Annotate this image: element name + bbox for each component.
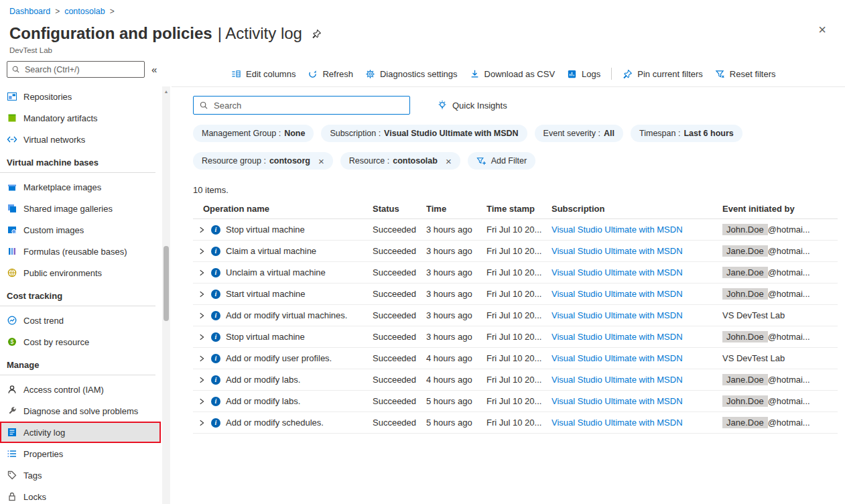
table-row[interactable]: Claim a virtual machine Succeeded 3 hour…: [193, 241, 838, 262]
table-row[interactable]: Unclaim a virtual machine Succeeded 3 ho…: [193, 262, 838, 284]
scrollbar-up-icon[interactable]: ▲: [162, 86, 170, 94]
col-status[interactable]: Status: [373, 204, 426, 214]
sidebar-item-tags[interactable]: Tags: [0, 464, 161, 486]
sidebar-item-marketplace-images[interactable]: Marketplace images: [0, 176, 161, 198]
sidebar-item-cost-by-resource[interactable]: $ Cost by resource: [0, 331, 161, 353]
sidebar-scrollbar-thumb[interactable]: [164, 246, 169, 321]
sidebar-item-virtual-networks[interactable]: Virtual networks: [0, 129, 161, 150]
sidebar-item-activity-log[interactable]: Activity log: [0, 422, 161, 443]
table-row[interactable]: Stop virtual machine Succeeded 3 hours a…: [193, 326, 838, 348]
expand-chevron-icon[interactable]: [198, 247, 206, 255]
col-time-stamp[interactable]: Time stamp: [486, 204, 551, 214]
subscription-link[interactable]: Visual Studio Ultimate with MSDN: [551, 375, 683, 385]
sidebar-item-access-control[interactable]: Access control (IAM): [0, 379, 161, 400]
timestamp-cell: Fri Jul 10 20...: [486, 246, 551, 256]
filter-pills-row-1: Management Group :None Subscription :Vis…: [193, 125, 845, 142]
filter-pill-resource-group[interactable]: Resource group :contosorg ×: [193, 152, 333, 170]
table-row[interactable]: Add or modify labs. Succeeded 4 hours ag…: [193, 369, 838, 391]
diagnostics-settings-button[interactable]: Diagnostics settings: [359, 64, 464, 83]
pin-current-filters-button[interactable]: Pin current filters: [616, 64, 709, 83]
activity-search: [193, 96, 410, 115]
subscription-link[interactable]: Visual Studio Ultimate with MSDN: [551, 396, 683, 406]
table-row[interactable]: Add or modify user profiles. Succeeded 4…: [193, 348, 838, 369]
expand-chevron-icon[interactable]: [198, 419, 206, 427]
edit-columns-button[interactable]: Edit columns: [225, 64, 302, 83]
table-row[interactable]: Add or modify labs. Succeeded 5 hours ag…: [193, 391, 838, 412]
reset-filters-button[interactable]: Reset filters: [709, 64, 782, 83]
sidebar-item-custom-images[interactable]: Custom images: [0, 219, 161, 241]
subscription-link[interactable]: Visual Studio Ultimate with MSDN: [551, 310, 683, 320]
pin-blade-icon[interactable]: [312, 29, 322, 39]
filter-pill-timespan[interactable]: Timespan :Last 6 hours: [631, 125, 742, 142]
refresh-icon: [308, 69, 318, 79]
logs-button[interactable]: Logs: [561, 64, 606, 83]
remove-filter-icon[interactable]: ×: [446, 156, 452, 166]
filter-pill-subscription[interactable]: Subscription :Visual Studio Ultimate wit…: [321, 125, 527, 142]
subscription-link[interactable]: Visual Studio Ultimate with MSDN: [551, 353, 683, 363]
sidebar-item-formulas[interactable]: Formulas (reusable bases): [0, 241, 161, 262]
subscription-link[interactable]: Visual Studio Ultimate with MSDN: [551, 225, 683, 235]
sidebar-item-diagnose[interactable]: Diagnose and solve problems: [0, 400, 161, 422]
col-subscription[interactable]: Subscription: [551, 204, 722, 214]
remove-filter-icon[interactable]: ×: [318, 156, 324, 166]
sidebar-section-cost-tracking: Cost tracking: [0, 284, 155, 306]
gear-icon: [365, 69, 375, 79]
initiator-cell: Jane.Doe@hotmai...: [722, 267, 838, 278]
activity-search-input[interactable]: [212, 100, 404, 111]
expand-chevron-icon[interactable]: [198, 333, 206, 341]
initiator-name: Jane.Doe: [722, 267, 768, 278]
filter-pill-resource[interactable]: Resource :contosolab ×: [340, 152, 460, 170]
expand-chevron-icon[interactable]: [198, 226, 206, 234]
sidebar-item-properties[interactable]: Properties: [0, 443, 161, 464]
initiator-cell: Jane.Doe@hotmai...: [722, 245, 838, 257]
expand-chevron-icon[interactable]: [198, 290, 206, 298]
sidebar-item-cost-trend[interactable]: Cost trend: [0, 310, 161, 331]
expand-chevron-icon[interactable]: [198, 269, 206, 277]
search-icon: [11, 65, 20, 74]
expand-chevron-icon[interactable]: [198, 376, 206, 384]
operation-name: Add or modify virtual machines.: [226, 310, 347, 320]
col-event-initiated-by[interactable]: Event initiated by: [722, 204, 838, 214]
properties-icon: [7, 448, 17, 459]
time-cell: 5 hours ago: [426, 418, 486, 428]
filter-pill-management-group[interactable]: Management Group :None: [193, 125, 314, 142]
subscription-link[interactable]: Visual Studio Ultimate with MSDN: [551, 289, 683, 299]
subscription-link[interactable]: Visual Studio Ultimate with MSDN: [551, 267, 683, 277]
sidebar-item-repositories[interactable]: Repositories: [0, 86, 161, 107]
subscription-link[interactable]: Visual Studio Ultimate with MSDN: [551, 418, 683, 428]
info-icon: [211, 397, 220, 406]
sidebar-item-shared-image-galleries[interactable]: Shared image galleries: [0, 198, 161, 219]
table-row[interactable]: Add or modify virtual machines. Succeede…: [193, 305, 838, 326]
subscription-link[interactable]: Visual Studio Ultimate with MSDN: [551, 246, 683, 256]
sidebar-item-mandatory-artifacts[interactable]: Mandatory artifacts: [0, 107, 161, 129]
add-filter-button[interactable]: Add Filter: [468, 152, 536, 170]
quick-insights-button[interactable]: Quick Insights: [437, 100, 507, 111]
sidebar-item-locks[interactable]: Locks: [0, 486, 161, 504]
download-icon: [470, 69, 480, 79]
sidebar-item-public-environments[interactable]: Public environments: [0, 262, 161, 284]
operation-name: Stop virtual machine: [226, 332, 305, 342]
close-blade-icon[interactable]: ×: [818, 23, 826, 36]
time-cell: 3 hours ago: [426, 225, 486, 235]
breadcrumb-dashboard[interactable]: Dashboard: [9, 7, 50, 16]
expand-chevron-icon[interactable]: [198, 312, 206, 320]
filter-pill-event-severity[interactable]: Event severity :All: [535, 125, 623, 142]
col-time[interactable]: Time: [426, 204, 486, 214]
initiator-name: Jane.Doe: [722, 374, 768, 385]
col-operation-name[interactable]: Operation name: [193, 204, 373, 214]
download-csv-button[interactable]: Download as CSV: [464, 64, 562, 83]
status-cell: Succeeded: [373, 225, 426, 235]
breadcrumb-contosolab[interactable]: contosolab: [64, 7, 105, 16]
sidebar-scrollbar[interactable]: ▲: [162, 86, 170, 504]
expand-chevron-icon[interactable]: [198, 397, 206, 405]
expand-chevron-icon[interactable]: [198, 355, 206, 363]
table-row[interactable]: Start virtual machine Succeeded 3 hours …: [193, 284, 838, 305]
subscription-link[interactable]: Visual Studio Ultimate with MSDN: [551, 332, 683, 342]
table-row[interactable]: Stop virtual machine Succeeded 3 hours a…: [193, 219, 838, 241]
time-cell: 3 hours ago: [426, 267, 486, 277]
refresh-button[interactable]: Refresh: [302, 64, 359, 83]
sidebar-collapse-button[interactable]: «: [149, 64, 159, 75]
table-row[interactable]: Add or modify schedules. Succeeded 5 hou…: [193, 412, 838, 434]
timestamp-cell: Fri Jul 10 20...: [486, 418, 551, 428]
sidebar-search-input[interactable]: [23, 64, 140, 75]
